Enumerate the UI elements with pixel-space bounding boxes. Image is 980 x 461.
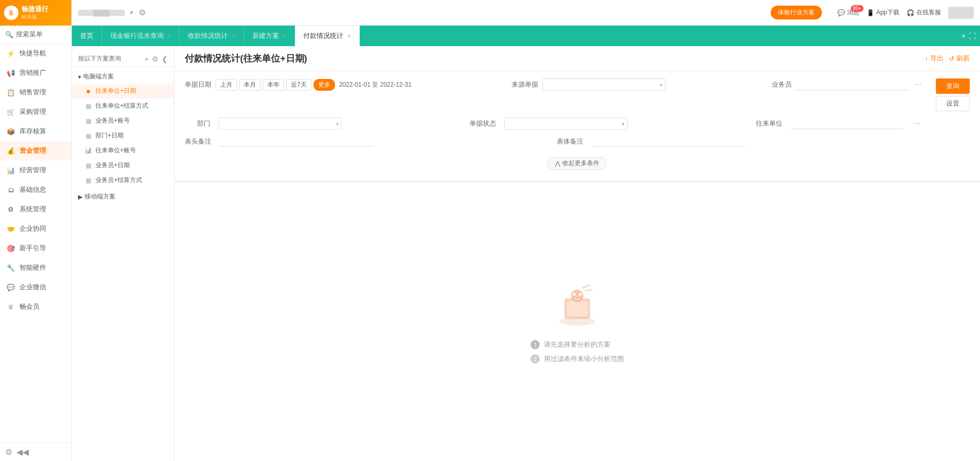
collapse-panel-btn[interactable]: ❮ (162, 55, 168, 63)
scheme-group-pc-header[interactable]: ▾ 电脑端方案 (72, 70, 174, 84)
search-label: 搜索菜单 (16, 30, 43, 39)
salesman-dots-icon[interactable]: ··· (915, 80, 922, 89)
scheme-item-salesman-account[interactable]: ▦ 业务员+账号 (72, 113, 174, 128)
user-avatar[interactable] (948, 7, 974, 19)
doc-status-select[interactable] (504, 117, 628, 130)
sidebar-item-label: 营销推广 (19, 68, 46, 77)
page-header-actions: ↑ 导出 ↺ 刷新 (925, 54, 970, 63)
sidebar-item-wechat[interactable]: 💬 企业微信 (0, 277, 71, 297)
date-last-month-btn[interactable]: 上月 (215, 79, 237, 91)
date-more-btn[interactable]: 更多 (313, 79, 335, 91)
salesman-input[interactable] (796, 79, 909, 90)
partner-dots-icon[interactable]: ··· (914, 119, 920, 128)
header-note-input[interactable] (220, 136, 374, 147)
tip-text-2: 用过滤条件来缩小分析范围 (544, 354, 624, 364)
tab-receipt-stats[interactable]: 收款情况统计 × (180, 26, 244, 46)
expand-btn[interactable]: ⛶ (969, 32, 976, 40)
sidebar-item-operation[interactable]: 📊 经营管理 (0, 161, 71, 180)
sidebar-item-beginner[interactable]: 🎯 新手引导 (0, 238, 71, 258)
tab-home[interactable]: 首页 (72, 26, 102, 46)
close-all-btn[interactable]: × (962, 32, 966, 40)
messages-btn[interactable]: 💬 消息 99+ (837, 8, 859, 17)
scheme-group-mobile-header[interactable]: ▶ 移动端方案 (72, 190, 174, 204)
body-note-input[interactable] (592, 136, 746, 147)
tab-bank-flow-close[interactable]: × (168, 33, 171, 39)
chevron-down-icon: ▾ (78, 73, 81, 81)
online-service-btn[interactable]: 🎧 在线客服 (907, 8, 941, 17)
date-this-month-btn[interactable]: 本月 (239, 79, 261, 91)
scheme-item-partner-settle[interactable]: ▦ 往来单位+结算方式 (72, 98, 174, 113)
header-note-label: 表头备注 (185, 137, 211, 146)
svg-point-5 (579, 293, 582, 296)
scheme-item-salesman-date[interactable]: ▦ 业务员+日期 (72, 158, 174, 173)
sidebar-item-marketing[interactable]: 📢 营销推广 (0, 63, 71, 83)
filter-row-2: 部门 ▾ 单据状态 ▾ 往来单位 ··· (185, 117, 970, 130)
app-download-btn[interactable]: 📱 App下载 (867, 8, 899, 17)
query-button[interactable]: 查询 (936, 78, 970, 94)
empty-state: 1 请先选择要分析的方案 2 用过滤条件来缩小分析范围 (174, 183, 980, 461)
page-header: 付款情况统计(往来单位+日期) ↑ 导出 ↺ 刷新 (174, 46, 980, 71)
tab-new-scheme-close[interactable]: × (283, 33, 286, 39)
tab-payment-stats-close[interactable]: × (347, 33, 350, 39)
sidebar-item-system[interactable]: ⚙ 系统管理 (0, 199, 71, 219)
settings-button[interactable]: 设置 (936, 96, 970, 111)
sidebar-item-quick-nav[interactable]: ⚡ 快捷导航 (0, 44, 71, 63)
dept-select-wrap: ▾ (219, 117, 342, 130)
tab-bank-flow[interactable]: 现金银行流水查询 × (102, 26, 180, 46)
online-service-label: 在线客服 (916, 8, 941, 17)
manage-scheme-btn[interactable]: ⚙ (152, 55, 159, 63)
sidebar-item-sales[interactable]: 📋 销售管理 (0, 83, 71, 102)
sidebar-item-hardware[interactable]: 🔧 智能硬件 (0, 258, 71, 277)
hardware-icon: 🔧 (6, 263, 15, 272)
tab-payment-stats[interactable]: 付款情况统计 × (295, 26, 359, 46)
tab-receipt-stats-close[interactable]: × (232, 33, 235, 39)
scheme-item-salesman-settle[interactable]: ▦ 业务员+结算方式 (72, 173, 174, 188)
sidebar-item-label: 销售管理 (19, 88, 46, 97)
tab-new-scheme[interactable]: 新建方案 × (244, 26, 295, 46)
scheme-item-label: 往来单位+日期 (95, 87, 136, 95)
export-btn[interactable]: ↑ 导出 (925, 54, 944, 63)
source-select[interactable] (542, 78, 665, 91)
scheme-icon-5: 📊 (84, 147, 92, 155)
tabbar: 首页 现金银行流水查询 × 收款情况统计 × 新建方案 × 付款情况统计 × ×… (72, 26, 980, 46)
tab-payment-stats-label: 付款情况统计 (303, 31, 343, 41)
scheme-item-partner-account[interactable]: 📊 往来单位+账号 (72, 143, 174, 158)
refresh-btn[interactable]: ↺ 刷新 (949, 54, 970, 63)
scheme-group-mobile: ▶ 移动端方案 (72, 190, 174, 204)
sidebar-item-enterprise[interactable]: 🤝 企业协同 (0, 219, 71, 238)
date-last-7-days-btn[interactable]: 近7天 (286, 79, 311, 91)
sidebar-item-basic[interactable]: 🗂 基础信息 (0, 180, 71, 199)
marketing-icon: 📢 (6, 68, 15, 77)
collapse-label: 收起更多条件 (562, 159, 599, 168)
footer-collapse-btn[interactable]: ◀◀ (16, 447, 29, 457)
sidebar-header: 6 畅捷通行 标准版 (0, 0, 71, 26)
basic-icon: 🗂 (6, 185, 15, 194)
chevron-down-icon[interactable]: ▾ (130, 9, 133, 16)
tab-receipt-stats-label: 收款情况统计 (188, 31, 228, 41)
scheme-item-partner-date[interactable]: ● 往来单位+日期 (72, 84, 174, 98)
sidebar-item-finance[interactable]: 💰 资金管理 (0, 141, 71, 161)
date-this-year-btn[interactable]: 本年 (263, 79, 284, 91)
settings-gear-icon[interactable]: ⚙ (139, 8, 146, 17)
dept-select[interactable] (219, 117, 342, 130)
scheme-item-dept-date[interactable]: ▦ 部门+日期 (72, 128, 174, 143)
trial-button[interactable]: 体验行业方案 (771, 6, 822, 19)
footer-settings-btn[interactable]: ⚙ (5, 447, 12, 457)
collapse-more-btn[interactable]: ⋀ 收起更多条件 (547, 157, 607, 170)
sidebar-item-vip[interactable]: ♕ 畅会员 (0, 297, 71, 316)
sidebar-item-purchase[interactable]: 🛒 采购管理 (0, 102, 71, 122)
app-name: 畅捷通行 (22, 5, 48, 13)
search-menu[interactable]: 🔍 搜索菜单 (0, 26, 71, 44)
scheme-item-label: 往来单位+结算方式 (95, 102, 148, 110)
app-sub: 标准版 (22, 13, 48, 21)
beginner-icon: 🎯 (6, 244, 15, 253)
sidebar-item-inventory[interactable]: 📦 库存核算 (0, 122, 71, 141)
tip-text-1: 请先选择要分析的方案 (544, 340, 611, 349)
source-label: 来源单据 (512, 80, 538, 89)
partner-input[interactable] (791, 118, 904, 129)
add-scheme-btn[interactable]: + (145, 55, 149, 63)
scheme-item-label: 往来单位+账号 (95, 146, 136, 155)
topbar: ████ ▾ ⚙ 体验行业方案 💬 消息 99+ 📱 App下载 🎧 在线客服 (72, 0, 980, 26)
svg-point-3 (571, 290, 583, 302)
sidebar-footer: ⚙ ◀◀ (0, 443, 71, 461)
